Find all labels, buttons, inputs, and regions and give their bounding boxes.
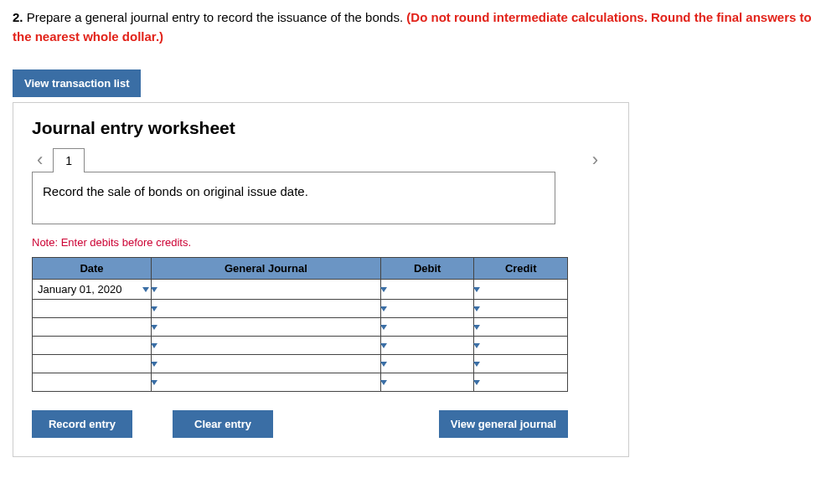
date-cell[interactable]: January 01, 2020 [33, 280, 152, 300]
credit-cell[interactable] [474, 280, 568, 300]
question-text: 2. Prepare a general journal entry to re… [13, 8, 813, 46]
record-entry-button[interactable]: Record entry [32, 410, 132, 438]
header-date: Date [33, 258, 152, 280]
chevron-down-icon[interactable] [151, 306, 157, 311]
credit-cell[interactable] [474, 300, 568, 318]
credit-cell[interactable] [474, 337, 568, 355]
view-transaction-list-button[interactable]: View transaction list [13, 69, 141, 97]
table-row [33, 300, 568, 318]
chevron-down-icon[interactable] [473, 287, 480, 292]
instruction-text: Record the sale of bonds on original iss… [43, 184, 308, 198]
journal-worksheet-panel: Journal entry worksheet ‹ 1 › Record the… [13, 102, 629, 457]
date-cell[interactable] [33, 300, 152, 318]
chevron-down-icon[interactable] [380, 380, 387, 385]
chevron-down-icon[interactable] [151, 362, 157, 367]
view-general-journal-button[interactable]: View general journal [439, 410, 568, 438]
note-text: Note: Enter debits before credits. [32, 236, 610, 249]
credit-cell[interactable] [474, 318, 568, 337]
gj-cell[interactable] [152, 337, 381, 355]
table-row [33, 318, 568, 337]
credit-cell[interactable] [474, 355, 568, 373]
gj-cell[interactable] [152, 280, 381, 300]
gj-cell[interactable] [152, 300, 381, 318]
date-cell[interactable] [33, 355, 152, 373]
debit-cell[interactable] [380, 280, 474, 300]
chevron-down-icon[interactable] [473, 306, 480, 311]
chevron-down-icon[interactable] [380, 362, 387, 367]
chevron-down-icon[interactable] [380, 287, 387, 292]
debit-cell[interactable] [380, 355, 474, 373]
debit-cell[interactable] [380, 373, 474, 392]
date-cell[interactable] [33, 373, 152, 392]
chevron-down-icon[interactable] [380, 306, 387, 311]
table-row [33, 337, 568, 355]
journal-table-body: January 01, 2020 [33, 280, 568, 392]
debit-cell[interactable] [380, 300, 474, 318]
date-value: January 01, 2020 [38, 283, 121, 296]
gj-cell[interactable] [152, 318, 381, 337]
chevron-down-icon[interactable] [473, 362, 480, 367]
chevron-down-icon[interactable] [473, 325, 480, 330]
header-debit: Debit [380, 258, 474, 280]
chevron-down-icon[interactable] [151, 325, 157, 330]
header-general-journal: General Journal [152, 258, 381, 280]
date-cell[interactable] [33, 318, 152, 337]
chevron-down-icon[interactable] [151, 380, 157, 385]
question-body: Prepare a general journal entry to recor… [27, 10, 403, 24]
chevron-right-icon[interactable]: › [587, 149, 603, 171]
action-row: Record entry Clear entry View general jo… [32, 410, 568, 438]
table-row [33, 373, 568, 392]
clear-entry-button[interactable]: Clear entry [173, 410, 273, 438]
date-cell[interactable] [33, 337, 152, 355]
tab-row: ‹ 1 › [32, 148, 610, 172]
question-number: 2. [13, 10, 23, 24]
worksheet-title: Journal entry worksheet [32, 118, 610, 138]
debit-cell[interactable] [380, 318, 474, 337]
table-row [33, 355, 568, 373]
chevron-left-icon[interactable]: ‹ [32, 149, 48, 171]
instruction-box: Record the sale of bonds on original iss… [32, 172, 555, 224]
chevron-down-icon[interactable] [142, 287, 149, 292]
journal-table: Date General Journal Debit Credit Januar… [32, 257, 568, 392]
table-row: January 01, 2020 [33, 280, 568, 300]
chevron-down-icon[interactable] [151, 343, 157, 348]
chevron-down-icon[interactable] [473, 380, 480, 385]
debit-cell[interactable] [380, 337, 474, 355]
chevron-down-icon[interactable] [380, 343, 387, 348]
chevron-down-icon[interactable] [473, 343, 480, 348]
header-credit: Credit [474, 258, 568, 280]
gj-cell[interactable] [152, 355, 381, 373]
gj-cell[interactable] [152, 373, 381, 392]
chevron-down-icon[interactable] [380, 325, 387, 330]
tab-1[interactable]: 1 [53, 148, 85, 172]
credit-cell[interactable] [474, 373, 568, 392]
chevron-down-icon[interactable] [151, 287, 157, 292]
